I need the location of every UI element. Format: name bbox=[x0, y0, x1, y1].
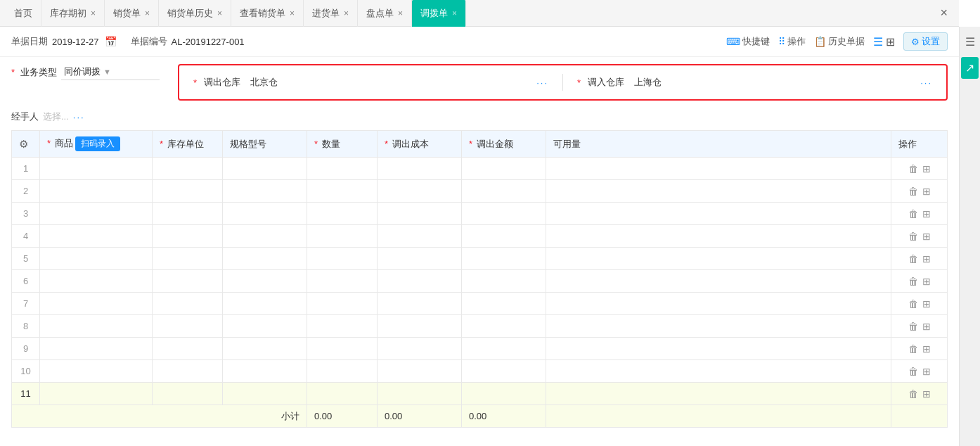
delete-icon-2[interactable]: 🗑 bbox=[908, 186, 918, 197]
transfer-in-dots[interactable]: ··· bbox=[920, 77, 932, 88]
cost-cell-5[interactable] bbox=[378, 248, 462, 270]
tab-purchase-order[interactable]: 进货单 × bbox=[304, 0, 358, 27]
amount-cell-8[interactable] bbox=[462, 315, 546, 338]
spec-cell-10[interactable] bbox=[223, 360, 307, 383]
calendar-icon[interactable]: 📅 bbox=[105, 36, 117, 47]
product-cell-11[interactable] bbox=[40, 383, 153, 405]
amount-cell-5[interactable] bbox=[462, 248, 546, 270]
unit-cell-1[interactable] bbox=[153, 158, 223, 180]
shortcut-action[interactable]: ⌨ 快捷键 bbox=[726, 35, 770, 48]
unit-cell-10[interactable] bbox=[153, 360, 223, 383]
tab-inventory-init[interactable]: 库存期初 × bbox=[41, 0, 105, 27]
delete-icon-3[interactable]: 🗑 bbox=[908, 208, 918, 219]
delete-icon-8[interactable]: 🗑 bbox=[908, 321, 918, 332]
tab-inventory-count[interactable]: 盘点单 × bbox=[358, 0, 412, 27]
quantity-cell-5[interactable] bbox=[307, 248, 378, 270]
delete-icon-10[interactable]: 🗑 bbox=[908, 366, 918, 377]
delete-icon-6[interactable]: 🗑 bbox=[908, 276, 918, 287]
handler-value[interactable]: 选择... bbox=[43, 110, 69, 123]
quantity-cell-8[interactable] bbox=[307, 315, 378, 338]
grid-view-icon[interactable]: ⊞ bbox=[886, 35, 895, 49]
quantity-cell-1[interactable] bbox=[307, 158, 378, 180]
unit-cell-7[interactable] bbox=[153, 293, 223, 315]
tab-sales-order[interactable]: 销货单 × bbox=[105, 0, 159, 27]
copy-icon-2[interactable]: ⊞ bbox=[922, 186, 931, 197]
unit-cell-8[interactable] bbox=[153, 315, 223, 338]
copy-icon-5[interactable]: ⊞ bbox=[922, 253, 931, 265]
amount-cell-6[interactable] bbox=[462, 270, 546, 293]
product-cell-8[interactable] bbox=[40, 315, 153, 338]
cost-cell-4[interactable] bbox=[378, 225, 462, 248]
copy-icon-11[interactable]: ⊞ bbox=[922, 388, 931, 400]
quantity-cell-6[interactable] bbox=[307, 270, 378, 293]
cost-cell-3[interactable] bbox=[378, 203, 462, 225]
amount-cell-10[interactable] bbox=[462, 360, 546, 383]
unit-cell-4[interactable] bbox=[153, 225, 223, 248]
amount-cell-3[interactable] bbox=[462, 203, 546, 225]
copy-icon-4[interactable]: ⊞ bbox=[922, 231, 931, 242]
history-action[interactable]: 📋 历史单据 bbox=[814, 35, 865, 48]
delete-icon-9[interactable]: 🗑 bbox=[908, 343, 918, 355]
quantity-cell-2[interactable] bbox=[307, 180, 378, 203]
amount-cell-9[interactable] bbox=[462, 338, 546, 360]
spec-cell-9[interactable] bbox=[223, 338, 307, 360]
tab-view-sales[interactable]: 查看销货单 × bbox=[231, 0, 304, 27]
sidebar-list-icon[interactable]: ☰ bbox=[962, 32, 978, 51]
product-cell-6[interactable] bbox=[40, 270, 153, 293]
cost-cell-2[interactable] bbox=[378, 180, 462, 203]
tab-sales-history[interactable]: 销货单历史 × bbox=[159, 0, 231, 27]
product-cell-3[interactable] bbox=[40, 203, 153, 225]
delete-icon-5[interactable]: 🗑 bbox=[908, 253, 918, 265]
close-tab-sales-order[interactable]: × bbox=[145, 8, 150, 18]
product-cell-7[interactable] bbox=[40, 293, 153, 315]
spec-cell-7[interactable] bbox=[223, 293, 307, 315]
cost-cell-10[interactable] bbox=[378, 360, 462, 383]
copy-icon-6[interactable]: ⊞ bbox=[922, 276, 931, 287]
unit-cell-6[interactable] bbox=[153, 270, 223, 293]
close-all-tabs[interactable]: × bbox=[934, 6, 953, 20]
copy-icon-8[interactable]: ⊞ bbox=[922, 321, 931, 332]
delete-icon-11[interactable]: 🗑 bbox=[908, 388, 918, 400]
amount-cell-7[interactable] bbox=[462, 293, 546, 315]
quantity-cell-3[interactable] bbox=[307, 203, 378, 225]
close-tab-inventory-init[interactable]: × bbox=[91, 8, 96, 18]
spec-cell-2[interactable] bbox=[223, 180, 307, 203]
delete-icon-1[interactable]: 🗑 bbox=[908, 163, 918, 174]
sidebar-export-icon[interactable]: ↗ bbox=[961, 57, 979, 79]
cost-cell-1[interactable] bbox=[378, 158, 462, 180]
settings-button[interactable]: ⚙ 设置 bbox=[903, 32, 948, 51]
spec-cell-6[interactable] bbox=[223, 270, 307, 293]
unit-cell-2[interactable] bbox=[153, 180, 223, 203]
product-cell-9[interactable] bbox=[40, 338, 153, 360]
close-tab-sales-history[interactable]: × bbox=[217, 8, 222, 18]
tab-transfer-order[interactable]: 调拨单 × bbox=[412, 0, 466, 27]
close-tab-purchase-order[interactable]: × bbox=[344, 8, 349, 18]
copy-icon-1[interactable]: ⊞ bbox=[922, 163, 931, 174]
close-tab-inventory-count[interactable]: × bbox=[398, 8, 403, 18]
cost-cell-8[interactable] bbox=[378, 315, 462, 338]
product-cell-1[interactable] bbox=[40, 158, 153, 180]
list-view-icon[interactable]: ☰ bbox=[873, 35, 883, 49]
copy-icon-7[interactable]: ⊞ bbox=[922, 298, 931, 310]
business-type-select[interactable]: 同价调拨 ▼ bbox=[61, 64, 160, 80]
cost-cell-7[interactable] bbox=[378, 293, 462, 315]
unit-cell-5[interactable] bbox=[153, 248, 223, 270]
spec-cell-1[interactable] bbox=[223, 158, 307, 180]
spec-cell-3[interactable] bbox=[223, 203, 307, 225]
product-cell-4[interactable] bbox=[40, 225, 153, 248]
quantity-cell-7[interactable] bbox=[307, 293, 378, 315]
product-cell-2[interactable] bbox=[40, 180, 153, 203]
amount-cell-4[interactable] bbox=[462, 225, 546, 248]
copy-icon-9[interactable]: ⊞ bbox=[922, 343, 931, 355]
cost-cell-6[interactable] bbox=[378, 270, 462, 293]
delete-icon-4[interactable]: 🗑 bbox=[908, 231, 918, 242]
product-cell-5[interactable] bbox=[40, 248, 153, 270]
delete-icon-7[interactable]: 🗑 bbox=[908, 298, 918, 310]
copy-icon-10[interactable]: ⊞ bbox=[922, 366, 931, 377]
cost-cell-9[interactable] bbox=[378, 338, 462, 360]
unit-cell-9[interactable] bbox=[153, 338, 223, 360]
table-settings-icon[interactable]: ⚙ bbox=[19, 138, 28, 150]
copy-icon-3[interactable]: ⊞ bbox=[922, 208, 931, 219]
handler-dots[interactable]: ··· bbox=[73, 112, 85, 122]
spec-cell-5[interactable] bbox=[223, 248, 307, 270]
